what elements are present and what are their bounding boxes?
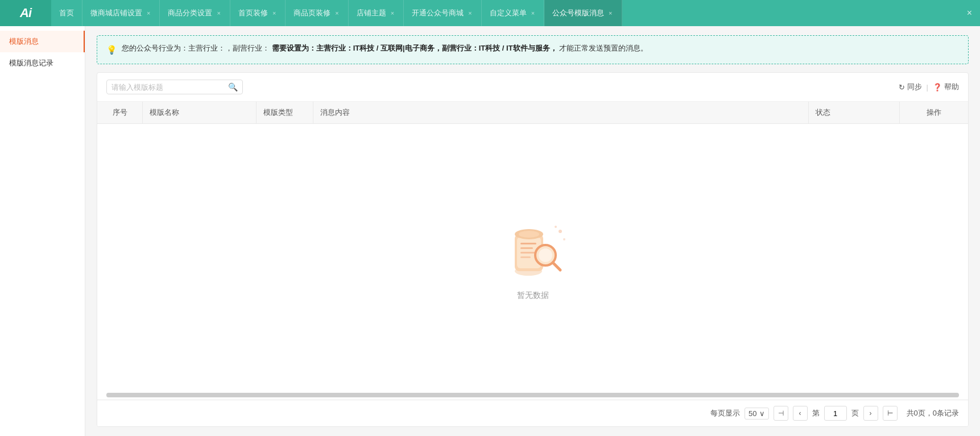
toolbar-divider: | (927, 83, 928, 92)
nav-tab-label-4: 商品页装修 (293, 8, 330, 18)
nav-tab-close-6[interactable]: × (467, 9, 473, 17)
page-size-select[interactable]: 50 ∨ (745, 408, 768, 420)
svg-point-12 (559, 230, 562, 233)
svg-rect-6 (520, 247, 533, 249)
content-area: 💡 您的公众号行业为：主营行业：，副营行业： 需要设置为：主营行业：IT科技 /… (85, 26, 980, 436)
page-input[interactable] (824, 406, 847, 421)
notice-icon: 💡 (106, 43, 117, 57)
toolbar-right: ↻ 同步 | ❓ 帮助 (899, 82, 959, 92)
prev-page-button[interactable]: ‹ (793, 406, 808, 421)
nav-tab-label-3: 首页装修 (238, 8, 268, 18)
col-header-status: 状态 (809, 102, 900, 123)
svg-line-11 (553, 263, 560, 270)
table-area: 🔍 ↻ 同步 | ❓ 帮助 序号 模版名称 模版 (97, 72, 969, 427)
scrollbar-thumb (106, 393, 959, 397)
nav-tab-label-7: 自定义菜单 (490, 8, 527, 18)
nav-tab-1[interactable]: 微商城店铺设置× (82, 0, 160, 26)
table-header: 序号 模版名称 模版类型 消息内容 状态 操作 (97, 102, 968, 124)
nav-tab-3[interactable]: 首页装修× (230, 0, 286, 26)
col-header-name: 模版名称 (143, 102, 257, 123)
col-header-content: 消息内容 (313, 102, 809, 123)
page-size-label: 每页显示 (710, 408, 740, 418)
help-icon: ❓ (933, 83, 942, 92)
nav-tab-label-1: 微商城店铺设置 (90, 8, 142, 18)
svg-point-13 (563, 238, 565, 240)
next-page-button[interactable]: › (863, 406, 878, 421)
nav-tabs: 首页微商城店铺设置×商品分类设置×首页装修×商品页装修×店铺主题×开通公众号商城… (51, 0, 959, 26)
notice-banner: 💡 您的公众号行业为：主营行业：，副营行业： 需要设置为：主营行业：IT科技 /… (97, 35, 969, 64)
nav-tab-close-8[interactable]: × (607, 9, 613, 17)
close-all-button[interactable]: × (959, 8, 980, 18)
svg-rect-5 (520, 243, 536, 244)
nav-tab-label-6: 开通公众号商城 (412, 8, 464, 18)
table-toolbar: 🔍 ↻ 同步 | ❓ 帮助 (97, 73, 968, 102)
nav-tab-label-8: 公众号模版消息 (552, 8, 604, 18)
help-button[interactable]: ❓ 帮助 (933, 82, 959, 92)
notice-highlight: 需要设置为：主营行业：IT科技 / 互联网|电子商务，副营行业：IT科技 / I… (272, 44, 557, 52)
col-header-seq: 序号 (97, 102, 143, 123)
nav-tab-0[interactable]: 首页 (51, 0, 82, 26)
nav-tab-close-2[interactable]: × (216, 9, 221, 17)
svg-point-4 (519, 231, 539, 238)
first-page-button[interactable]: ⊣ (774, 406, 788, 421)
last-page-button[interactable]: ⊢ (883, 406, 898, 421)
svg-rect-8 (520, 256, 531, 258)
nav-tab-2[interactable]: 商品分类设置× (160, 0, 230, 26)
nav-tab-close-1[interactable]: × (146, 9, 151, 17)
nav-tab-close-5[interactable]: × (390, 9, 395, 17)
search-input-wrap: 🔍 (106, 80, 243, 94)
col-header-type: 模版类型 (257, 102, 313, 123)
sidebar: 模版消息模版消息记录 (0, 26, 85, 436)
nav-tab-label-5: 店铺主题 (357, 8, 386, 18)
nav-tab-4[interactable]: 商品页装修× (286, 0, 348, 26)
empty-icon (499, 214, 567, 283)
brand-logo: Ai (0, 0, 51, 26)
col-header-ops: 操作 (900, 102, 968, 123)
top-nav: Ai 首页微商城店铺设置×商品分类设置×首页装修×商品页装修×店铺主题×开通公众… (0, 0, 980, 26)
nav-tab-label-0: 首页 (59, 8, 74, 18)
svg-rect-7 (520, 252, 535, 254)
sidebar-item-1[interactable]: 模版消息记录 (0, 52, 85, 74)
nav-tab-5[interactable]: 店铺主题× (349, 0, 404, 26)
nav-tab-7[interactable]: 自定义菜单× (482, 0, 544, 26)
scrollbar-track[interactable] (106, 393, 959, 397)
empty-text: 暂无数据 (517, 290, 549, 301)
page-size-value: 50 (749, 409, 756, 418)
notice-suffix: 才能正常发送预置的消息。 (559, 44, 648, 52)
notice-text: 您的公众号行业为：主营行业：，副营行业： 需要设置为：主营行业：IT科技 / 互… (122, 43, 648, 55)
search-input[interactable] (111, 83, 225, 92)
page-label: 第 (812, 408, 820, 418)
nav-tab-label-2: 商品分类设置 (168, 8, 212, 18)
nav-tab-8[interactable]: 公众号模版消息× (544, 0, 622, 26)
help-label: 帮助 (944, 82, 959, 92)
sync-icon: ↻ (899, 83, 905, 92)
nav-tab-6[interactable]: 开通公众号商城× (404, 0, 481, 26)
nav-tab-close-7[interactable]: × (530, 9, 536, 17)
svg-point-10 (539, 248, 552, 262)
sync-button[interactable]: ↻ 同步 (899, 82, 922, 92)
search-icon[interactable]: 🔍 (228, 82, 238, 92)
nav-tab-close-3[interactable]: × (271, 9, 277, 17)
pagination-bar: 每页显示 50 ∨ ⊣ ‹ 第 页 › ⊢ 共0页，0条记录 (97, 400, 968, 426)
empty-state: 暂无数据 (97, 124, 968, 391)
svg-point-14 (555, 226, 557, 228)
sidebar-item-0[interactable]: 模版消息 (0, 31, 85, 52)
nav-tab-close-4[interactable]: × (334, 9, 340, 17)
notice-prefix: 您的公众号行业为：主营行业：，副营行业： (122, 44, 270, 52)
page-size-arrow: ∨ (759, 409, 765, 418)
total-text: 共0页，0条记录 (907, 408, 959, 418)
main-layout: 模版消息模版消息记录 💡 您的公众号行业为：主营行业：，副营行业： 需要设置为：… (0, 26, 980, 436)
sync-label: 同步 (907, 82, 922, 92)
page-unit: 页 (851, 408, 859, 418)
